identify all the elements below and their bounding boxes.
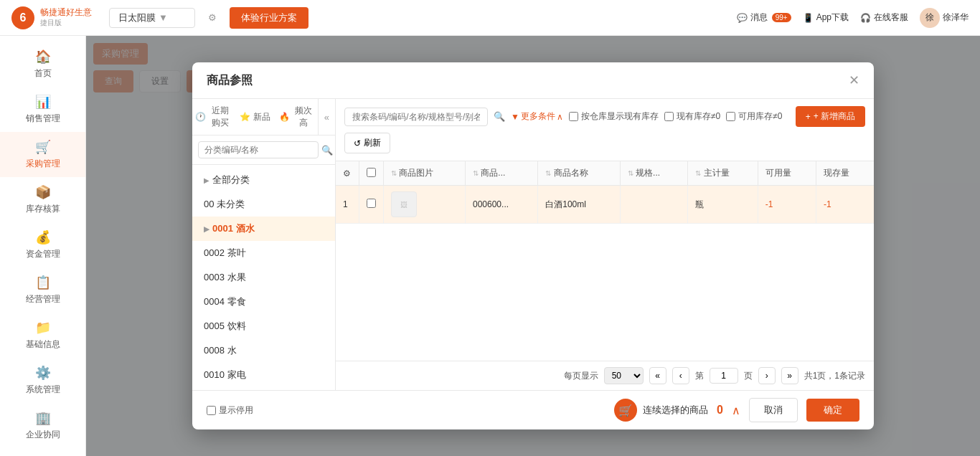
tab-recent-purchase[interactable]: 🕐 近期购买 <box>192 99 234 135</box>
cell-checkbox[interactable] <box>359 186 383 224</box>
th-settings[interactable]: ⚙ <box>336 161 359 186</box>
category-item-0008[interactable]: 0008 水 <box>192 338 335 363</box>
sort-icon: ⇅ <box>628 169 633 177</box>
sidebar-item-enterprise[interactable]: 🏢 企业协同 <box>0 403 85 448</box>
sidebar-label-operations: 经营管理 <box>26 293 60 305</box>
category-item-0004[interactable]: 0004 零食 <box>192 290 335 314</box>
category-item-all[interactable]: ▶ 全部分类 <box>192 168 335 192</box>
sidebar-label-enterprise: 企业协同 <box>26 429 60 441</box>
product-table-container: ⚙ ⇅ 商品图片 ⇅ 商品... ⇅ 商品名称 ⇅ 规格... ⇅ 主计量 可用… <box>336 161 874 361</box>
available-not-zero-checkbox[interactable] <box>726 112 735 121</box>
product-search-icon[interactable]: 🔍 <box>494 111 505 122</box>
right-panel: 🔍 ▼ 更多条件 ∧ 按仓库显示现有库存 <box>336 99 874 390</box>
first-page-button[interactable]: « <box>649 367 666 384</box>
total-info: 共1页，1条记录 <box>804 370 865 382</box>
app-download-nav-item[interactable]: 📱 App下载 <box>803 11 849 24</box>
user-nav-item[interactable]: 徐 徐泽华 <box>920 8 969 28</box>
message-icon: 💬 <box>737 13 748 23</box>
finance-icon: 💰 <box>35 229 51 245</box>
purchase-icon: 🛒 <box>35 139 51 155</box>
sort-icon: ⇅ <box>391 169 397 177</box>
store-name: 日太阳膜 <box>118 11 156 24</box>
sidebar-item-guide[interactable]: 🎯 新手引导 <box>0 448 85 456</box>
clock-icon: 🕐 <box>195 112 206 122</box>
left-panel-tabs: 🕐 近期购买 ⭐ 新品 🔥 频次高 « <box>192 99 335 136</box>
prev-page-button[interactable]: ‹ <box>672 367 689 384</box>
logo-icon: 6 <box>11 6 34 29</box>
refresh-button[interactable]: ↺ 刷新 <box>344 133 390 153</box>
category-list: ▶ 全部分类 00 未分类 ▶ 0001 酒水 0002 茶 <box>192 165 335 390</box>
table-row[interactable]: 1 🖼 000600... 白酒100ml <box>336 186 874 224</box>
messages-nav-item[interactable]: 💬 消息 99+ <box>737 11 791 24</box>
cancel-button[interactable]: 取消 <box>749 398 798 422</box>
next-page-button[interactable]: › <box>758 367 776 384</box>
cart-area: 🛒 连续选择的商品 0 ∧ <box>614 399 740 422</box>
sidebar-item-sales[interactable]: 📊 销售管理 <box>0 87 85 132</box>
left-panel: 🕐 近期购买 ⭐ 新品 🔥 频次高 « <box>192 99 336 390</box>
th-available: 可用量 <box>758 161 816 186</box>
row-checkbox[interactable] <box>367 199 376 208</box>
chevron-down-icon: ▼ <box>159 12 168 23</box>
add-product-button[interactable]: + + 新增商品 <box>796 106 865 127</box>
show-disabled-checkbox-label[interactable]: 显示停用 <box>207 404 253 417</box>
product-thumbnail: 🖼 <box>391 191 417 217</box>
tab-frequent[interactable]: 🔥 频次高 <box>276 99 318 135</box>
category-item-00[interactable]: 00 未分类 <box>192 192 335 217</box>
page-size-label: 每页显示 <box>564 370 598 382</box>
content-area: 采购管理 查询 设置 刷新 商品参照 ✕ <box>86 36 980 456</box>
sidebar-item-finance[interactable]: 💰 资金管理 <box>0 222 85 267</box>
sidebar-label-finance: 资金管理 <box>26 248 60 260</box>
category-item-0010[interactable]: 0010 家电 <box>192 363 335 387</box>
sidebar-item-system[interactable]: ⚙️ 系统管理 <box>0 358 85 403</box>
category-item-0001[interactable]: ▶ 0001 酒水 <box>192 217 335 241</box>
category-item-0003[interactable]: 0003 水果 <box>192 265 335 290</box>
cart-icon[interactable]: 🛒 <box>614 399 637 422</box>
online-service-nav-item[interactable]: 🎧 在线客服 <box>860 11 908 24</box>
by-warehouse-checkbox[interactable] <box>569 112 578 121</box>
cart-count: 0 <box>717 404 723 417</box>
app-name: 畅捷通好生意 <box>40 7 92 19</box>
confirm-button[interactable]: 确定 <box>806 399 859 422</box>
th-name[interactable]: ⇅ 商品名称 <box>538 161 621 186</box>
tab-new-products[interactable]: ⭐ 新品 <box>234 99 275 135</box>
sidebar-label-purchase: 采购管理 <box>26 158 60 170</box>
category-item-0002[interactable]: 0002 茶叶 <box>192 241 335 265</box>
last-page-button[interactable]: » <box>781 367 798 384</box>
th-unit[interactable]: ⇅ 主计量 <box>688 161 758 186</box>
sidebar-item-inventory[interactable]: 📦 库存核算 <box>0 177 85 222</box>
select-all-checkbox[interactable] <box>367 168 376 177</box>
left-panel-collapse-button[interactable]: « <box>318 99 335 135</box>
checkbox-by-warehouse[interactable]: 按仓库显示现有库存 <box>569 110 659 123</box>
page-size-select[interactable]: 50 10 20 100 <box>604 367 644 384</box>
store-selector[interactable]: 日太阳膜 ▼ <box>109 8 195 28</box>
show-disabled-checkbox[interactable] <box>207 406 216 415</box>
modal-close-button[interactable]: ✕ <box>849 72 859 88</box>
sidebar-item-home[interactable]: 🏠 首页 <box>0 42 85 87</box>
settings-icon[interactable]: ⚙ <box>201 6 224 29</box>
trial-button[interactable]: 体验行业方案 <box>230 7 308 29</box>
product-search-input[interactable] <box>344 108 488 126</box>
th-checkbox[interactable] <box>359 161 383 186</box>
more-filter-button[interactable]: ▼ 更多条件 ∧ <box>511 110 563 123</box>
home-icon: 🏠 <box>35 49 51 65</box>
cart-collapse-icon[interactable]: ∧ <box>732 404 740 417</box>
category-search-icon[interactable]: 🔍 <box>321 145 333 156</box>
sidebar-item-basic-info[interactable]: 📁 基础信息 <box>0 313 85 358</box>
page-number-input[interactable] <box>710 368 738 384</box>
inventory-icon: 📦 <box>35 184 51 200</box>
th-code[interactable]: ⇅ 商品... <box>466 161 538 186</box>
cell-available: -1 <box>758 186 816 224</box>
product-reference-modal: 商品参照 ✕ 🕐 近期购买 ⭐ 新 <box>192 62 874 429</box>
category-item-0005[interactable]: 0005 饮料 <box>192 314 335 338</box>
sort-icon: ⇅ <box>473 169 479 177</box>
modal-title: 商品参照 <box>207 73 253 88</box>
category-search-input[interactable] <box>198 141 319 158</box>
toolbar-row: 🔍 ▼ 更多条件 ∧ 按仓库显示现有库存 <box>336 99 874 161</box>
sidebar-item-purchase[interactable]: 🛒 采购管理 <box>0 132 85 177</box>
sidebar-item-operations[interactable]: 📋 经营管理 <box>0 267 85 313</box>
th-spec[interactable]: ⇅ 规格... <box>620 161 688 186</box>
stock-not-zero-checkbox[interactable] <box>664 112 674 121</box>
checkbox-available-not-zero[interactable]: 可用库存≠0 <box>726 110 782 123</box>
gear-icon: ⚙ <box>343 168 351 179</box>
checkbox-stock-not-zero[interactable]: 现有库存≠0 <box>664 110 720 123</box>
